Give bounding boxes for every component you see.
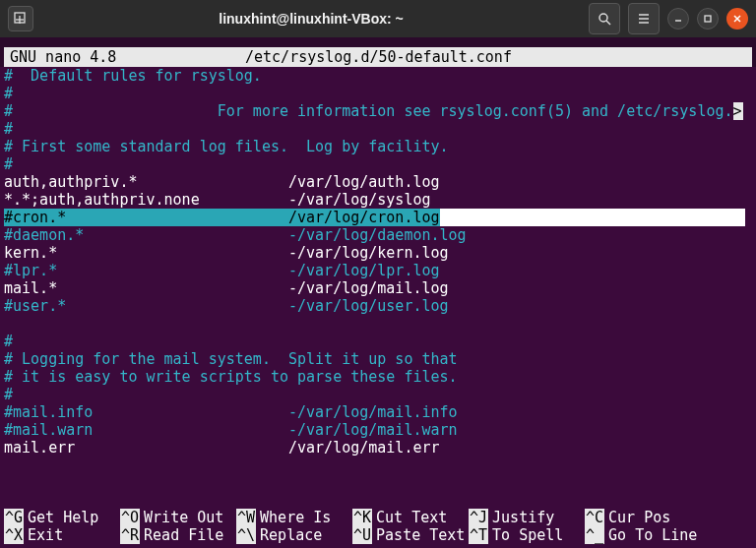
window-titlebar: linuxhint@linuxhint-VBox: ~ [0,0,756,37]
svg-rect-9 [705,16,711,22]
shortcut-cell: ^CCur Pos [585,509,701,526]
nano-filename: /etc/rsyslog.d/50-default.conf [245,47,752,67]
editor-line [4,315,752,333]
shortcut-cell: ^WWhere Is [236,509,352,526]
code-text: mail.* -/var/log/mail.log [4,279,449,297]
shortcut-label: Go To Line [608,526,697,544]
search-icon [598,12,611,26]
editor-line: # Default rules for rsyslog. [4,67,752,85]
editor-line: #lpr.* -/var/log/lpr.log [4,262,752,279]
shortcut-key: ^\ [236,526,256,544]
shortcut-cell: ^OWrite Out [120,509,236,526]
editor-line: #daemon.* -/var/log/daemon.log [4,226,752,244]
shortcut-key: ^O [120,509,140,526]
shortcut-label: Paste Text [376,526,465,544]
comment-text: #daemon.* -/var/log/daemon.log [4,226,467,244]
footer-row-2: ^XExit^RRead File^\Replace^UPaste Text^T… [4,526,752,544]
comment-text: #mail.warn -/var/log/mail.warn [4,421,458,439]
comment-text: # [4,120,13,138]
maximize-button[interactable] [697,8,719,30]
comment-text: #lpr.* -/var/log/lpr.log [4,262,440,279]
comment-text: # [4,85,13,102]
titlebar-right [589,3,748,34]
window-title: linuxhint@linuxhint-VBox: ~ [33,11,589,27]
comment-text: # For more information see rsyslog.conf(… [4,102,733,120]
shortcut-cell: ^UPaste Text [352,526,469,544]
comment-text: # [4,333,13,350]
nano-version: GNU nano 4.8 [4,47,245,67]
shortcut-label: Cur Pos [608,509,670,526]
nano-footer: ^GGet Help^OWrite Out^WWhere Is^KCut Tex… [0,509,756,548]
editor-line: #mail.info -/var/log/mail.info [4,403,752,421]
shortcut-cell: ^GGet Help [4,509,120,526]
shortcut-key: ^C [585,509,604,526]
editor-viewport[interactable]: # Default rules for rsyslog.## For more … [0,67,756,509]
search-button[interactable] [589,3,620,34]
current-line-highlight: #cron.* /var/log/cron.log [4,209,440,226]
shortcut-key: ^U [352,526,372,544]
shortcut-label: Read File [144,526,223,544]
editor-line [4,457,752,474]
shortcut-key: ^T [469,526,488,544]
shortcut-key: ^_ [585,526,604,544]
editor-line: # [4,120,752,138]
close-icon [732,14,742,24]
editor-line: # [4,155,752,173]
current-line-tail [440,209,745,226]
hamburger-menu-button[interactable] [628,3,660,34]
titlebar-left [8,6,33,31]
comment-text: # Logging for the mail system. Split it … [4,350,458,368]
comment-text: #user.* -/var/log/user.log [4,297,449,315]
shortcut-label: Replace [260,526,322,544]
shortcut-label: Get Help [28,509,98,526]
editor-line: #user.* -/var/log/user.log [4,297,752,315]
new-tab-button[interactable] [8,6,33,31]
code-text: mail.err /var/log/mail.err [4,439,440,457]
shortcut-key: ^K [352,509,372,526]
editor-line: mail.err /var/log/mail.err [4,439,752,457]
minimize-icon [673,14,683,24]
svg-line-4 [606,21,610,25]
nano-header-bar: GNU nano 4.8 /etc/rsyslog.d/50-default.c… [4,47,752,67]
editor-line: # it is easy to write scripts to parse t… [4,368,752,386]
editor-line: mail.* -/var/log/mail.log [4,279,752,297]
shortcut-cell: ^_Go To Line [585,526,701,544]
shortcut-key: ^R [120,526,140,544]
editor-line: *.*;auth,authpriv.none -/var/log/syslog [4,191,752,209]
editor-line: auth,authpriv.* /var/log/auth.log [4,173,752,191]
comment-text: # Default rules for rsyslog. [4,67,262,85]
editor-line: kern.* -/var/log/kern.log [4,244,752,262]
shortcut-key: ^J [469,509,488,526]
shortcut-cell: ^RRead File [120,526,236,544]
shortcut-cell: ^\Replace [236,526,352,544]
comment-text: #mail.info -/var/log/mail.info [4,403,458,421]
svg-point-3 [599,14,607,22]
comment-text: # it is easy to write scripts to parse t… [4,368,458,386]
shortcut-cell: ^TTo Spell [469,526,585,544]
maximize-icon [703,14,713,24]
shortcut-label: Cut Text [376,509,447,526]
shortcut-cell: ^JJustify [469,509,585,526]
comment-text: # [4,386,13,403]
code-text: *.*;auth,authpriv.none -/var/log/syslog [4,191,430,209]
shortcut-label: Justify [492,509,554,526]
editor-line: #mail.warn -/var/log/mail.warn [4,421,752,439]
editor-line: # [4,386,752,403]
shortcut-cell: ^XExit [4,526,120,544]
editor-line: # [4,333,752,350]
close-button[interactable] [726,8,748,30]
comment-text: # First some standard log files. Log by … [4,138,449,155]
shortcut-key: ^G [4,509,24,526]
shortcut-key: ^X [4,526,24,544]
editor-line: # For more information see rsyslog.conf(… [4,102,752,120]
shortcut-label: To Spell [492,526,563,544]
comment-text: # [4,155,13,173]
hamburger-icon [637,12,651,26]
shortcut-cell: ^KCut Text [352,509,469,526]
shortcut-label: Where Is [260,509,331,526]
code-text: kern.* -/var/log/kern.log [4,244,449,262]
minimize-button[interactable] [667,8,689,30]
new-tab-icon [14,12,28,26]
shortcut-label: Write Out [144,509,223,526]
footer-row-1: ^GGet Help^OWrite Out^WWhere Is^KCut Tex… [4,509,752,526]
